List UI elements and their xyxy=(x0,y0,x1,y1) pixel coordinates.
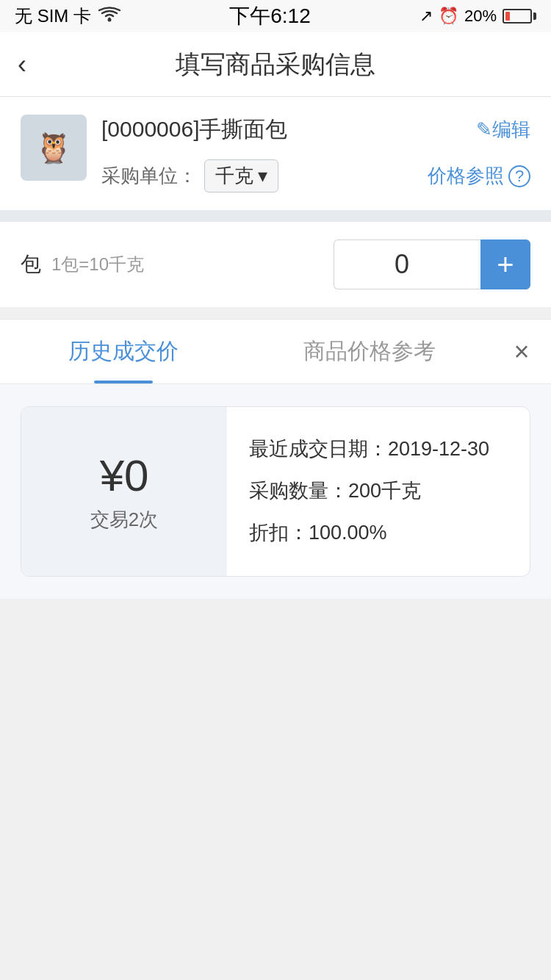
tab-section: 历史成交价 商品价格参考 × ¥0 交易2次 最近成交日期：2019-12-30… xyxy=(0,319,551,599)
quantity-section: 包 1包=10千克 + xyxy=(0,222,551,307)
edit-button[interactable]: ✎编辑 xyxy=(476,117,530,143)
alarm-icon: ⏰ xyxy=(439,7,458,26)
quantity-input[interactable] xyxy=(334,239,480,289)
tab-history-price[interactable]: 历史成交价 xyxy=(0,320,246,383)
currency-symbol: ¥ xyxy=(100,451,124,500)
purchase-unit-row: 采购单位： 千克 ▾ 价格参照 ? xyxy=(101,159,530,192)
price-card-left: ¥0 交易2次 xyxy=(21,407,227,576)
product-thumbnail: 🦉 xyxy=(21,115,87,181)
divider xyxy=(0,210,551,222)
back-button[interactable]: ‹ xyxy=(18,49,26,80)
recent-date-row: 最近成交日期：2019-12-30 xyxy=(249,433,508,465)
discount-label: 折扣： xyxy=(249,522,309,544)
quantity-left: 包 1包=10千克 xyxy=(21,251,144,278)
price-card-right: 最近成交日期：2019-12-30 采购数量：200千克 折扣：100.00% xyxy=(227,407,530,576)
discount-row: 折扣：100.00% xyxy=(249,517,508,549)
price-ref-help-icon: ? xyxy=(508,165,530,187)
location-icon: ↗ xyxy=(419,7,433,26)
price-card: ¥0 交易2次 最近成交日期：2019-12-30 采购数量：200千克 折扣：… xyxy=(21,406,530,577)
price-ref-button[interactable]: 价格参照 ? xyxy=(428,163,530,189)
product-info: [0000006]手撕面包 ✎编辑 采购单位： 千克 ▾ 价格参照 ? xyxy=(101,115,530,192)
product-name-row: [0000006]手撕面包 ✎编辑 xyxy=(101,115,530,145)
recent-date-label: 最近成交日期： xyxy=(249,438,388,460)
tab-close-button[interactable]: × xyxy=(492,336,551,367)
svg-point-0 xyxy=(108,18,112,22)
discount-value: 100.00% xyxy=(309,522,387,544)
battery-indicator xyxy=(503,9,536,24)
recent-date-value: 2019-12-30 xyxy=(388,438,489,460)
dropdown-icon: ▾ xyxy=(258,165,267,187)
status-time: 下午6:12 xyxy=(229,2,311,30)
price-ref-label: 价格参照 xyxy=(428,163,504,189)
battery-percent: 20% xyxy=(464,7,497,26)
purchase-unit-left: 采购单位： 千克 ▾ xyxy=(101,159,278,192)
status-indicators: ↗ ⏰ 20% xyxy=(419,7,536,26)
unit-value: 千克 xyxy=(215,163,253,189)
tab-header: 历史成交价 商品价格参考 × xyxy=(0,320,551,384)
product-id: [0000006] xyxy=(101,117,199,141)
tab-price-reference[interactable]: 商品价格参考 xyxy=(246,320,492,383)
status-carrier: 无 SIM 卡 xyxy=(15,4,120,28)
product-image-icon: 🦉 xyxy=(35,131,72,165)
product-title: 手撕面包 xyxy=(199,117,287,141)
nav-bar: ‹ 填写商品采购信息 xyxy=(0,32,551,97)
unit-label: 包 xyxy=(21,251,41,278)
tab-history-label: 历史成交价 xyxy=(68,336,179,367)
purchase-qty-label: 采购数量： xyxy=(249,480,348,502)
price-amount: ¥0 xyxy=(100,450,149,501)
product-row: 🦉 [0000006]手撕面包 ✎编辑 采购单位： 千克 ▾ 价格参照 xyxy=(21,115,530,192)
purchase-qty-value: 200千克 xyxy=(348,480,421,502)
quantity-right: + xyxy=(334,239,530,289)
price-count: 交易2次 xyxy=(90,507,158,533)
unit-select[interactable]: 千克 ▾ xyxy=(204,159,278,192)
tab-price-ref-label: 商品价格参考 xyxy=(303,336,436,367)
wifi-icon xyxy=(98,6,120,26)
status-bar: 无 SIM 卡 下午6:12 ↗ ⏰ 20% xyxy=(0,0,551,32)
price-value: 0 xyxy=(124,451,148,500)
unit-conversion: 1包=10千克 xyxy=(51,253,144,276)
quantity-plus-button[interactable]: + xyxy=(480,239,530,289)
product-section: 🦉 [0000006]手撕面包 ✎编辑 采购单位： 千克 ▾ 价格参照 xyxy=(0,97,551,210)
page-title: 填写商品采购信息 xyxy=(176,48,375,82)
product-name: [0000006]手撕面包 xyxy=(101,115,287,145)
card-container: ¥0 交易2次 最近成交日期：2019-12-30 采购数量：200千克 折扣：… xyxy=(0,384,551,599)
purchase-qty-row: 采购数量：200千克 xyxy=(249,475,508,507)
carrier-text: 无 SIM 卡 xyxy=(15,4,91,28)
purchase-unit-label: 采购单位： xyxy=(101,163,197,189)
